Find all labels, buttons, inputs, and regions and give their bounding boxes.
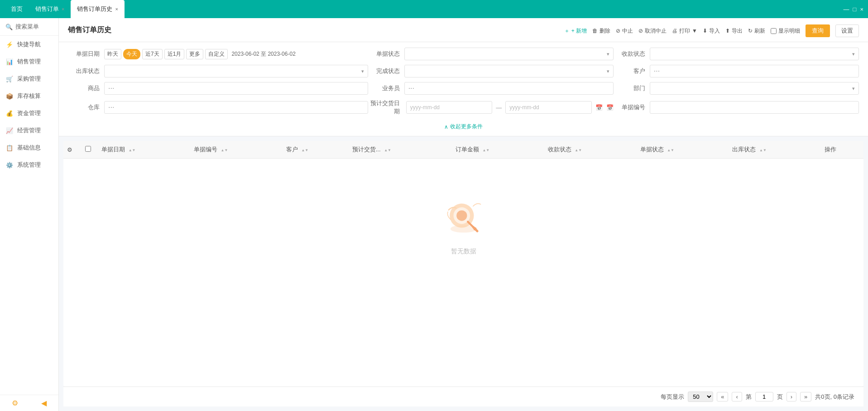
print-dropdown-icon: ▼ (692, 28, 697, 34)
th-amount[interactable]: 订单金额 ▲▼ (452, 141, 544, 159)
display-columns-toggle[interactable]: 显示明细 (771, 27, 800, 35)
import-button[interactable]: ⬇ 导入 (703, 27, 720, 35)
th-warehouse-status[interactable]: 出库状态 ▲▼ (729, 141, 821, 159)
th-checkbox[interactable] (82, 141, 98, 159)
last-page-button[interactable]: » (800, 392, 811, 401)
order-number-input[interactable] (650, 101, 859, 114)
payment-status-label: 收款状态 (614, 50, 650, 58)
minimize-button[interactable]: — (844, 6, 849, 13)
sidebar-settings-icon[interactable]: ⚙ (12, 399, 18, 407)
calendar-icon-end[interactable]: 📅 (606, 104, 614, 111)
next-page-button[interactable]: › (786, 392, 796, 401)
sidebar-item-quick-nav[interactable]: ⚡ 快捷导航 (0, 36, 58, 53)
th-settings[interactable]: ⚙ (63, 141, 82, 159)
delete-button[interactable]: 🗑 删除 (592, 27, 610, 35)
sidebar-item-purchase-mgmt[interactable]: 🛒 采购管理 (0, 70, 58, 87)
filter-row-2: 出库状态 ▾ 完成状态 ▾ 客户 ··· (68, 65, 859, 77)
order-status-arrow: ▾ (607, 51, 609, 57)
th-order-status[interactable]: 单据状态 ▲▼ (637, 141, 729, 159)
warehouse-status-select[interactable]: ▾ (104, 65, 368, 77)
salesperson-input[interactable]: ··· (404, 82, 614, 95)
tab-list: 首页 销售订单 × 销售订单历史 × (5, 0, 844, 18)
department-select[interactable]: ▾ (650, 82, 859, 95)
operations-icon: 📈 (5, 126, 14, 135)
base-info-icon: 📋 (5, 144, 14, 152)
warehouse-status-col: 出库状态 ▾ (68, 65, 368, 77)
payment-status-col: 收款状态 ▾ (614, 48, 859, 60)
date-btn-more[interactable]: 更多 (186, 49, 203, 59)
th-delivery[interactable]: 预计交货... ▲▼ (349, 141, 452, 159)
sidebar-collapse-icon[interactable]: ◀ (41, 399, 47, 407)
department-label: 部门 (614, 84, 650, 92)
delivery-start-input[interactable]: yyyy-mm-dd (406, 101, 493, 114)
query-button[interactable]: 查询 (806, 24, 830, 37)
payment-status-arrow: ▾ (852, 51, 855, 57)
product-label: 商品 (68, 84, 104, 92)
date-btn-yesterday[interactable]: 昨天 (104, 49, 121, 59)
export-button[interactable]: ⬆ 导出 (725, 27, 743, 35)
settings-button[interactable]: 设置 (835, 24, 859, 37)
empty-area: 暂无数据 (63, 159, 863, 292)
warehouse-input[interactable]: ··· (104, 101, 368, 114)
order-status-select[interactable]: ▾ (404, 48, 614, 60)
product-input[interactable]: ··· (104, 82, 368, 95)
prev-page-button[interactable]: ‹ (732, 392, 742, 401)
sort-warehouse-icon: ▲▼ (759, 148, 767, 152)
salesperson-dots: ··· (408, 84, 414, 92)
date-label: 单据日期 (68, 50, 104, 58)
th-payment[interactable]: 收款状态 ▲▼ (544, 141, 637, 159)
date-control: 昨天 今天 近7天 近1月 更多 自定义 2023-06-02 至 2023-0… (104, 49, 368, 59)
th-number[interactable]: 单据编号 ▲▼ (190, 141, 283, 159)
new-button[interactable]: ＋ + 新增 (564, 27, 587, 35)
th-date[interactable]: 单据日期 ▲▼ (98, 141, 190, 159)
sidebar-item-operations[interactable]: 📈 经营管理 (0, 122, 58, 139)
select-all-checkbox[interactable] (85, 146, 91, 152)
th-customer[interactable]: 客户 ▲▼ (283, 141, 349, 159)
sidebar-item-finance[interactable]: 💰 资金管理 (0, 105, 58, 122)
tab-home[interactable]: 首页 (5, 0, 29, 18)
order-number-col: 单据编号 (614, 101, 859, 114)
warehouse-status-arrow: ▾ (361, 68, 364, 74)
first-page-button[interactable]: « (717, 392, 728, 401)
tab-close-sales-history[interactable]: × (115, 6, 118, 12)
date-btn-custom[interactable]: 自定义 (205, 49, 228, 59)
print-button[interactable]: 🖨 打印 ▼ (672, 27, 697, 35)
delivery-date-label: 预计交货日期 (368, 99, 404, 116)
delivery-end-input[interactable]: yyyy-mm-dd (505, 101, 592, 114)
collapse-button[interactable]: ∧ 收起更多条件 (68, 120, 859, 131)
main-layout: 🔍 搜索菜单 ⚡ 快捷导航 📊 销售管理 🛒 采购管理 📦 库存核算 💰 资金管… (0, 18, 868, 411)
warehouse-label: 仓库 (68, 103, 104, 111)
cancel-stop-button[interactable]: ⊘ 取消中止 (638, 27, 667, 35)
sidebar-item-base-info[interactable]: 📋 基础信息 (0, 139, 58, 156)
sidebar-search[interactable]: 🔍 搜索菜单 (0, 18, 58, 36)
date-separator: — (494, 104, 504, 111)
payment-status-select[interactable]: ▾ (650, 48, 859, 60)
restore-button[interactable]: □ (853, 6, 857, 13)
salesperson-label: 业务员 (368, 84, 404, 92)
calendar-icon-start[interactable]: 📅 (595, 104, 603, 111)
complete-status-select[interactable]: ▾ (404, 65, 614, 77)
tab-sales-history[interactable]: 销售订单历史 × (71, 0, 124, 18)
date-range-display: 2023-06-02 至 2023-06-02 (231, 50, 295, 58)
page-size-select[interactable]: 50 10 20 100 (688, 392, 713, 402)
svg-point-3 (456, 210, 467, 221)
sidebar: 🔍 搜索菜单 ⚡ 快捷导航 📊 销售管理 🛒 采购管理 📦 库存核算 💰 资金管… (0, 18, 59, 411)
sidebar-item-sales-mgmt[interactable]: 📊 销售管理 (0, 53, 58, 70)
tab-close-sales-order[interactable]: × (62, 6, 64, 12)
display-columns-checkbox[interactable] (771, 28, 777, 34)
sidebar-item-inventory[interactable]: 📦 库存核算 (0, 87, 58, 105)
stop-button[interactable]: ⊘ 中止 (616, 27, 633, 35)
page-input[interactable] (755, 392, 773, 401)
quick-nav-icon: ⚡ (5, 40, 14, 48)
warehouse-status-label: 出库状态 (68, 67, 104, 75)
customer-input[interactable]: ··· (650, 65, 859, 77)
close-button[interactable]: × (860, 6, 863, 13)
tab-sales-order[interactable]: 销售订单 × (29, 0, 71, 18)
refresh-button[interactable]: ↻ 刷新 (748, 27, 765, 35)
date-btn-7days[interactable]: 近7天 (142, 49, 163, 59)
date-btn-today[interactable]: 今天 (123, 49, 140, 59)
sort-customer-icon: ▲▼ (301, 148, 308, 152)
date-btn-1month[interactable]: 近1月 (164, 49, 185, 59)
finance-icon: 💰 (5, 109, 14, 117)
sidebar-item-system-mgmt[interactable]: ⚙️ 系统管理 (0, 156, 58, 174)
